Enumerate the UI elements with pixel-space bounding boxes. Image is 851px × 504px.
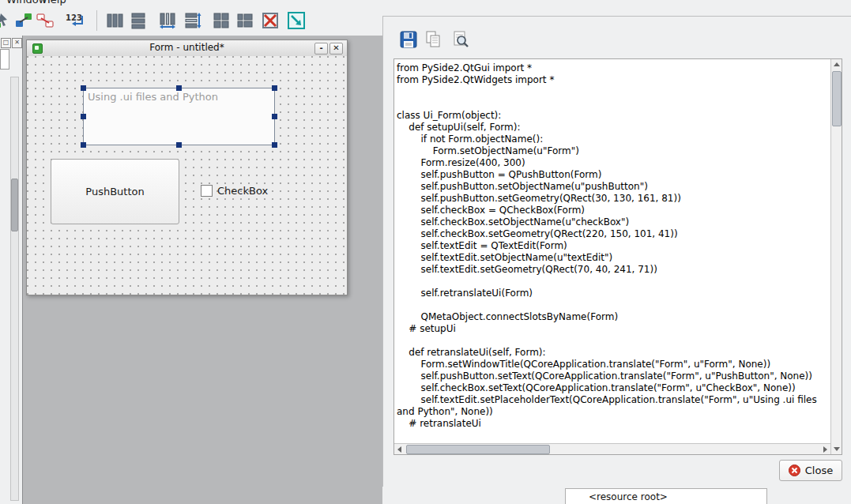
widget-filter-input[interactable] xyxy=(0,49,9,70)
close-button[interactable]: Close xyxy=(779,460,842,481)
form-window-title: Form - untitled* xyxy=(27,42,347,53)
lay-out-in-form-layout-icon[interactable] xyxy=(235,11,254,30)
svg-text:123: 123 xyxy=(66,13,82,22)
selection-handle[interactable] xyxy=(81,85,86,91)
toolbar-separator xyxy=(96,10,97,31)
form-minimize-button[interactable]: - xyxy=(314,43,328,55)
selection-handle[interactable] xyxy=(176,142,182,148)
selection-handle[interactable] xyxy=(272,114,277,119)
resource-browser: <resource root> xyxy=(565,488,767,504)
code-view: from PySide2.QtGui import * from PySide2… xyxy=(393,58,842,455)
dock-scrollbar[interactable] xyxy=(10,77,19,501)
dock-close-button[interactable]: ✕ xyxy=(12,38,22,48)
main-toolbar: 123 xyxy=(0,7,379,37)
checkbox-label: CheckBox xyxy=(217,185,268,197)
lay-out-horizontally-in-splitter-icon[interactable] xyxy=(158,11,177,30)
selection-handle[interactable] xyxy=(176,85,182,91)
form-canvas[interactable]: Using .ui files and Python PushButton Ch… xyxy=(27,56,347,295)
menu-help[interactable]: Help xyxy=(43,0,66,6)
widget-box-dock: □ ✕ xyxy=(0,36,23,504)
lay-out-horizontally-icon[interactable] xyxy=(105,11,124,30)
copy-all-icon[interactable] xyxy=(424,30,442,49)
textedit-placeholder: Using .ui files and Python xyxy=(88,91,218,103)
edit-signals-slots-icon[interactable] xyxy=(14,11,33,30)
scroll-left-button[interactable] xyxy=(394,444,405,454)
scroll-down-button[interactable] xyxy=(831,444,842,454)
lay-out-in-grid-icon[interactable] xyxy=(212,11,231,30)
vertical-scrollbar[interactable] xyxy=(830,59,842,454)
menu-window[interactable]: Window xyxy=(6,0,47,6)
pushbutton-widget[interactable]: PushButton xyxy=(51,159,179,224)
qt-designer-screen: Window Help 123 xyxy=(0,0,851,504)
lay-out-vertically-icon[interactable] xyxy=(129,11,148,30)
find-icon[interactable] xyxy=(451,30,470,49)
horizontal-scrollbar[interactable] xyxy=(394,443,830,454)
form-window-titlebar[interactable]: Form - untitled* - ✕ xyxy=(27,40,347,57)
vertical-scrollbar-thumb[interactable] xyxy=(832,71,842,126)
code-viewer-dialog: from PySide2.QtGui import * from PySide2… xyxy=(382,16,851,487)
checkbox-indicator[interactable] xyxy=(201,185,213,197)
close-button-label: Close xyxy=(805,465,833,476)
selection-handle[interactable] xyxy=(81,142,86,148)
break-layout-icon[interactable] xyxy=(261,11,280,30)
selection-handle[interactable] xyxy=(272,85,277,91)
edit-buddies-icon[interactable] xyxy=(36,11,55,30)
selection-handle[interactable] xyxy=(272,142,277,148)
dock-scrollbar-thumb[interactable] xyxy=(11,179,18,231)
checkbox-widget[interactable]: CheckBox xyxy=(201,175,281,207)
horizontal-scrollbar-thumb[interactable] xyxy=(406,445,550,454)
code-text[interactable]: from PySide2.QtGui import * from PySide2… xyxy=(394,59,830,443)
selection-handle[interactable] xyxy=(81,114,86,119)
dialog-close-icon xyxy=(789,465,800,476)
edit-tab-order-icon[interactable]: 123 xyxy=(65,11,87,30)
resource-root-item[interactable]: <resource root> xyxy=(589,491,668,502)
adjust-size-icon[interactable] xyxy=(287,11,306,30)
textedit-widget[interactable]: Using .ui files and Python xyxy=(83,88,275,145)
edit-widgets-icon[interactable] xyxy=(0,11,12,30)
scroll-right-button[interactable] xyxy=(820,444,830,454)
form-close-button[interactable]: ✕ xyxy=(329,43,343,55)
dock-float-button[interactable]: □ xyxy=(1,38,11,48)
save-icon[interactable] xyxy=(399,30,418,49)
form-designer-window[interactable]: Form - untitled* - ✕ Using .ui files and… xyxy=(26,39,348,295)
menubar: Window Help xyxy=(0,0,379,7)
scroll-up-button[interactable] xyxy=(831,59,842,70)
lay-out-vertically-in-splitter-icon[interactable] xyxy=(183,11,202,30)
pushbutton-label: PushButton xyxy=(85,186,144,197)
